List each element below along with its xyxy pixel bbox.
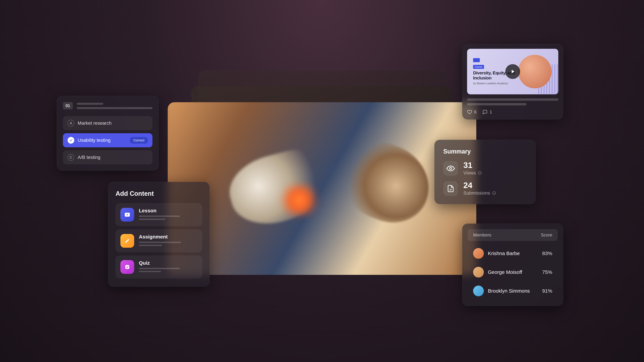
- video-logo: [473, 58, 480, 62]
- heart-icon: [467, 110, 472, 115]
- member-name: Krishna Barbe: [488, 251, 538, 256]
- correct-badge: Correct: [130, 137, 148, 144]
- content-placeholder-lines: [139, 268, 197, 272]
- header-members: Members: [473, 232, 491, 238]
- quiz-option-a[interactable]: A Market research: [63, 116, 152, 130]
- hero-glow: [276, 185, 323, 215]
- content-item-quiz[interactable]: Quiz: [116, 256, 202, 278]
- info-icon[interactable]: [492, 191, 496, 195]
- member-score: 75%: [542, 269, 552, 275]
- comments-count: 1: [490, 109, 492, 115]
- quiz-number: 01: [63, 102, 73, 109]
- video-hero-circle: [518, 55, 552, 88]
- document-check-icon: [443, 181, 458, 196]
- quiz-question-placeholder: [77, 102, 152, 111]
- quiz-icon: [120, 260, 134, 274]
- members-card: Members Score Krishna Barbe 83% George M…: [462, 224, 563, 306]
- header-score: Score: [541, 232, 552, 238]
- submissions-label: Submissions: [464, 190, 490, 196]
- option-letter: C: [68, 154, 74, 161]
- summary-title: Summary: [443, 148, 527, 155]
- summary-card: Summary 31 Views 24 Submissions: [434, 140, 536, 204]
- quiz-option-b[interactable]: Usability testing Correct: [63, 133, 152, 147]
- views-label: Views: [464, 170, 476, 176]
- member-row[interactable]: George Moisoff 75%: [468, 263, 558, 282]
- avatar: [473, 286, 484, 296]
- summary-views-row: 31 Views: [443, 161, 527, 176]
- member-row[interactable]: Krishna Barbe 83%: [468, 244, 558, 263]
- member-row[interactable]: Brooklyn Simmons 91%: [468, 282, 558, 300]
- option-label: Usability testing: [78, 138, 126, 143]
- member-score: 91%: [542, 288, 552, 294]
- hero-image: [168, 102, 476, 275]
- content-label: Lesson: [139, 208, 197, 214]
- content-placeholder-lines: [139, 216, 197, 220]
- quiz-option-c[interactable]: C A/B testing: [63, 150, 152, 164]
- submissions-value: 24: [464, 181, 496, 189]
- check-icon: [68, 137, 74, 144]
- video-byline: by Modern Leaders Academy: [473, 82, 516, 85]
- option-label: Market research: [78, 120, 148, 126]
- add-content-title: Add Content: [116, 190, 202, 197]
- member-score: 83%: [542, 251, 552, 256]
- members-table-header: Members Score: [468, 229, 558, 241]
- video-thumbnail[interactable]: Course Diversity, Equity, and Inclusion …: [467, 49, 558, 94]
- video-badge: Course: [473, 65, 484, 69]
- content-placeholder-lines: [139, 242, 197, 246]
- quiz-card: 01 A Market research Usability testing C…: [57, 96, 159, 171]
- views-value: 31: [464, 161, 482, 169]
- content-item-assignment[interactable]: Assignment: [116, 229, 202, 252]
- video-card: Course Diversity, Equity, and Inclusion …: [462, 44, 563, 119]
- lesson-icon: [120, 208, 134, 222]
- member-name: Brooklyn Simmons: [488, 288, 538, 294]
- svg-point-2: [450, 167, 452, 170]
- comment-icon: [482, 110, 488, 115]
- likes-count: 6: [474, 109, 476, 115]
- content-label: Assignment: [139, 234, 197, 240]
- content-label: Quiz: [139, 260, 197, 266]
- member-name: George Moisoff: [488, 269, 538, 275]
- summary-submissions-row: 24 Submissions: [443, 181, 527, 196]
- avatar: [473, 248, 484, 259]
- content-item-lesson[interactable]: Lesson: [116, 203, 202, 226]
- video-description-placeholder: [467, 98, 558, 105]
- assignment-icon: [120, 234, 134, 248]
- comments-stat[interactable]: 1: [482, 109, 492, 115]
- play-icon[interactable]: [505, 64, 520, 79]
- option-letter: A: [68, 120, 74, 126]
- add-content-card: Add Content Lesson Assignment: [108, 182, 210, 287]
- option-label: A/B testing: [78, 155, 148, 160]
- eye-icon: [443, 161, 458, 176]
- likes-stat[interactable]: 6: [467, 109, 476, 115]
- avatar: [473, 267, 484, 278]
- info-icon[interactable]: [478, 171, 482, 175]
